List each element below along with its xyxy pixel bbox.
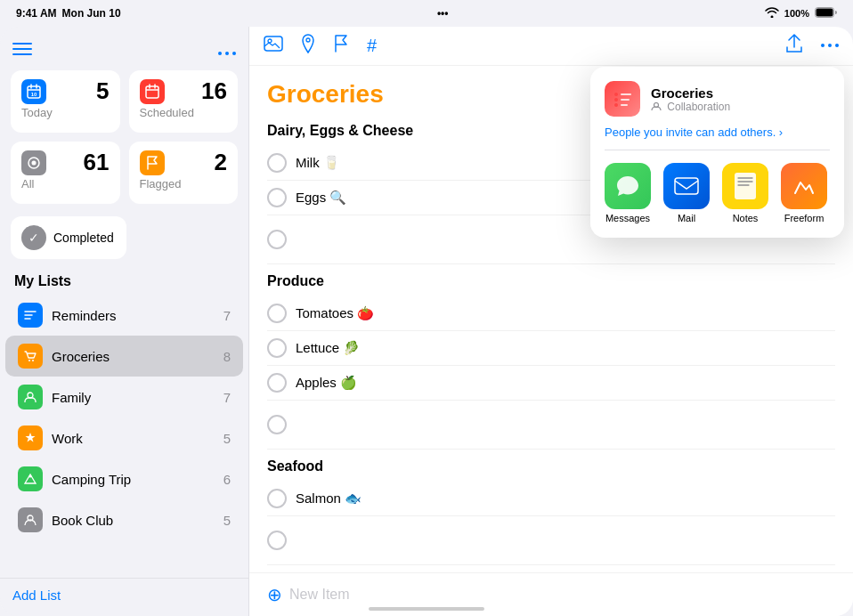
sidebar-more-button[interactable] <box>218 42 236 61</box>
all-card[interactable]: 61 All <box>11 142 120 204</box>
scheduled-card[interactable]: 16 Scheduled <box>129 70 239 133</box>
scheduled-icon <box>140 79 165 104</box>
wifi-icon <box>765 7 779 20</box>
svg-point-5 <box>218 52 222 55</box>
reminder-tomatoes: Tomatoes 🍅 <box>267 296 835 331</box>
dots-icon: ••• <box>437 7 449 20</box>
lettuce-text: Lettuce 🥬 <box>296 340 360 356</box>
time: 9:41 AM <box>16 7 57 20</box>
today-count: 5 <box>96 79 109 102</box>
sidebar-toggle-button[interactable] <box>12 41 32 61</box>
groceries-count: 8 <box>223 349 231 364</box>
mail-app-icon <box>663 163 710 209</box>
scheduled-count: 16 <box>201 79 227 102</box>
svg-point-26 <box>614 103 618 107</box>
svg-point-22 <box>828 44 832 47</box>
milk-checkbox[interactable] <box>267 153 287 173</box>
groceries-icon <box>18 344 43 369</box>
svg-rect-2 <box>12 43 32 45</box>
toolbar-left-icons: # <box>264 34 377 58</box>
list-item-work[interactable]: Work 5 <box>5 417 243 458</box>
list-item-bookclub[interactable]: Book Club 5 <box>5 499 243 540</box>
tomatoes-checkbox[interactable] <box>267 304 287 323</box>
battery: 100% <box>784 8 809 19</box>
completed-section: ✓ Completed <box>0 216 248 268</box>
today-card[interactable]: 10 5 Today <box>11 70 120 133</box>
groceries-label: Groceries <box>52 349 215 364</box>
sidebar-header <box>0 36 248 70</box>
new-item-label: New Item <box>289 587 350 603</box>
collab-list-icon <box>605 81 640 117</box>
completed-button[interactable]: ✓ Completed <box>11 216 126 259</box>
home-indicator <box>369 607 484 611</box>
main-content: # Groceries Dairy, Eggs & Cheese Milk 🥛 <box>249 27 853 616</box>
collab-subtitle: Collaboration <box>651 101 730 113</box>
salmon-checkbox[interactable] <box>267 489 287 508</box>
hashtag-toolbar-icon[interactable]: # <box>367 36 377 56</box>
svg-rect-3 <box>12 48 32 50</box>
collab-popup: Groceries Collaboration People you invit… <box>590 67 844 238</box>
dairy-empty-checkbox[interactable] <box>267 230 287 249</box>
list-item-family[interactable]: Family 7 <box>5 377 243 417</box>
more-toolbar-icon[interactable] <box>821 34 839 58</box>
svg-point-14 <box>32 360 34 361</box>
camping-label: Camping Trip <box>52 472 215 487</box>
list-item-groceries[interactable]: Groceries 8 <box>5 336 243 377</box>
bookclub-count: 5 <box>223 513 231 528</box>
list-items: Reminders 7 Groceries 8 Family 7 <box>0 295 248 578</box>
freeform-app-item[interactable]: Freeform <box>781 163 827 223</box>
location-toolbar-icon[interactable] <box>301 34 315 58</box>
apples-text: Apples 🍏 <box>296 375 357 391</box>
work-count: 5 <box>223 431 231 446</box>
all-label: All <box>21 177 110 190</box>
eggs-checkbox[interactable] <box>267 188 287 207</box>
collab-invite-text[interactable]: People you invite can add others. › <box>605 126 830 150</box>
messages-app-item[interactable]: Messages <box>605 163 651 223</box>
produce-empty-checkbox[interactable] <box>267 415 287 434</box>
flagged-card[interactable]: 2 Flagged <box>129 142 239 204</box>
my-lists-header: My Lists <box>0 268 248 295</box>
family-icon <box>18 385 43 409</box>
svg-rect-32 <box>735 173 756 199</box>
today-label: Today <box>21 106 110 119</box>
app-container: 10 5 Today 16 Scheduled <box>0 27 853 616</box>
sidebar: 10 5 Today 16 Scheduled <box>0 27 249 616</box>
image-toolbar-icon[interactable] <box>264 36 283 56</box>
freeform-app-label: Freeform <box>784 213 825 223</box>
new-item-row: ⊕ New Item <box>249 572 853 616</box>
svg-rect-10 <box>146 86 158 98</box>
list-item-reminders[interactable]: Reminders 7 <box>5 295 243 336</box>
notes-app-item[interactable]: Notes <box>722 163 768 223</box>
reminder-salmon: Salmon 🐟 <box>267 482 835 516</box>
bookclub-icon <box>18 507 43 532</box>
svg-text:10: 10 <box>31 92 37 97</box>
list-item-camping[interactable]: Camping Trip 6 <box>5 458 243 499</box>
status-bar-left: 9:41 AM Mon Jun 10 <box>16 7 121 20</box>
tomatoes-text: Tomatoes 🍅 <box>296 305 374 321</box>
milk-text: Milk 🥛 <box>296 155 340 171</box>
bookclub-label: Book Club <box>52 513 215 528</box>
lettuce-checkbox[interactable] <box>267 338 287 358</box>
all-icon <box>21 150 46 175</box>
work-icon <box>18 426 43 450</box>
flag-toolbar-icon[interactable] <box>333 35 349 57</box>
mail-app-label: Mail <box>678 213 695 223</box>
add-list-button[interactable]: Add List <box>12 588 61 603</box>
today-icon: 10 <box>21 79 46 104</box>
messages-app-icon <box>605 163 651 209</box>
eggs-text: Eggs 🔍 <box>296 190 346 206</box>
apples-checkbox[interactable] <box>267 373 287 393</box>
scheduled-label: Scheduled <box>140 106 228 119</box>
svg-rect-27 <box>621 93 631 95</box>
camping-count: 6 <box>223 472 231 487</box>
collab-apps: Messages Mail Notes <box>605 163 830 223</box>
svg-rect-28 <box>621 99 630 101</box>
family-label: Family <box>52 390 215 405</box>
svg-point-7 <box>232 52 236 55</box>
seafood-empty-checkbox[interactable] <box>267 531 287 550</box>
svg-point-15 <box>28 393 33 398</box>
mail-app-item[interactable]: Mail <box>663 163 710 223</box>
svg-rect-29 <box>621 104 628 106</box>
family-count: 7 <box>223 390 231 405</box>
share-toolbar-icon[interactable] <box>785 34 803 58</box>
